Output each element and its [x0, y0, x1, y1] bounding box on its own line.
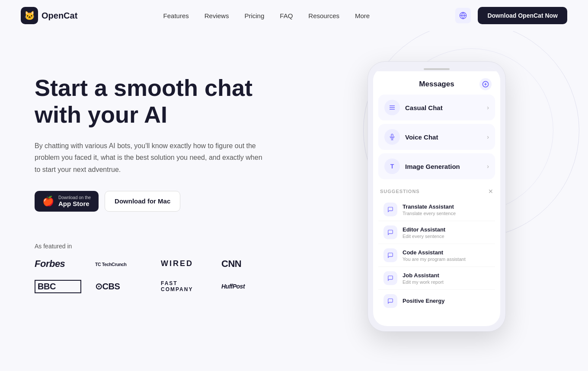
editor-title: Editor Assistant	[403, 226, 445, 233]
nav-pricing[interactable]: Pricing	[244, 12, 264, 19]
phone-mockup: Messages	[368, 61, 506, 332]
image-gen-name: Image Generation	[405, 163, 460, 170]
svg-rect-8	[391, 134, 393, 137]
hero-description: By chatting with various AI bots, you'll…	[35, 140, 268, 175]
navbar: 🐱 OpenCat Features Reviews Pricing FAQ R…	[0, 0, 588, 31]
positive-title: Positive Energy	[403, 298, 445, 304]
wired-logo: WIRED	[161, 258, 208, 270]
suggestions-header: SUGGESTIONS ✕	[378, 188, 495, 195]
nav-right: Download OpenCat Now	[455, 7, 567, 24]
suggestion-positive[interactable]: Positive Energy	[378, 290, 495, 312]
fastcompany-logo: FAST COMPANY	[161, 280, 208, 293]
suggestion-job[interactable]: Job Assistant Edit my work report	[378, 267, 495, 290]
code-text: Code Assistant You are my program assist…	[403, 249, 466, 262]
nav-faq[interactable]: FAQ	[280, 12, 293, 19]
editor-desc: Edit every sentence	[403, 234, 445, 239]
appstore-text: Download on the App Store	[58, 195, 91, 207]
translate-text: Translate Assistant Translate every sent…	[403, 203, 456, 216]
image-gen-chevron: ›	[487, 163, 489, 170]
positive-icon	[383, 294, 397, 308]
featured-label: As featured in	[35, 243, 320, 250]
logo-area[interactable]: 🐱 OpenCat	[21, 7, 77, 24]
left-column: Start a smooth chat with your AI By chat…	[35, 57, 320, 293]
voice-chat-left: Voice Chat	[384, 129, 438, 145]
image-gen-icon: T	[384, 159, 400, 174]
nav-features[interactable]: Features	[163, 12, 189, 19]
job-icon	[383, 271, 397, 285]
logo-icon: 🐱	[21, 7, 38, 24]
hero-title: Start a smooth chat with your AI	[35, 74, 277, 128]
casual-chat-icon	[384, 100, 400, 115]
appstore-big-text: App Store	[58, 200, 91, 207]
image-gen-item[interactable]: T Image Generation ›	[378, 153, 495, 179]
phone-screen: Messages	[373, 67, 500, 326]
suggestion-editor[interactable]: Editor Assistant Edit every sentence	[378, 221, 495, 244]
huffpost-logo: HuffPost	[221, 280, 268, 293]
phone-notch	[373, 67, 500, 71]
phone-header: Messages	[373, 72, 500, 95]
job-desc: Edit my work report	[403, 279, 444, 285]
translate-icon	[383, 203, 397, 216]
translate-title: Translate Assistant	[403, 203, 456, 210]
casual-chat-item[interactable]: Casual Chat ›	[378, 95, 495, 120]
chat-list: Casual Chat ›	[373, 95, 500, 179]
nav-resources[interactable]: Resources	[308, 12, 339, 19]
right-column: Messages	[320, 57, 553, 332]
main-content: Start a smooth chat with your AI By chat…	[0, 31, 588, 371]
voice-chat-item[interactable]: Voice Chat ›	[378, 124, 495, 150]
suggestion-translate[interactable]: Translate Assistant Translate every sent…	[378, 198, 495, 221]
brand-logos: Forbes TC TechCrunch WIRED CNN BBC ⊙CBS …	[35, 258, 268, 293]
nav-more[interactable]: More	[355, 12, 370, 19]
mac-download-button[interactable]: Download for Mac	[105, 191, 180, 212]
code-desc: You are my program assistant	[403, 257, 466, 262]
forbes-logo: Forbes	[35, 258, 81, 270]
image-gen-left: T Image Generation	[384, 159, 460, 174]
nav-links: Features Reviews Pricing FAQ Resources M…	[163, 12, 370, 19]
suggestion-code[interactable]: Code Assistant You are my program assist…	[378, 244, 495, 267]
language-icon[interactable]	[455, 8, 471, 23]
appstore-small-text: Download on the	[58, 195, 91, 200]
positive-text: Positive Energy	[403, 298, 445, 305]
casual-chat-name: Casual Chat	[405, 104, 443, 111]
phone-header-title: Messages	[419, 80, 454, 89]
cbs-logo: ⊙CBS	[95, 280, 147, 293]
svg-text:TC TechCrunch: TC TechCrunch	[95, 261, 127, 266]
code-icon	[383, 248, 397, 262]
close-suggestions-button[interactable]: ✕	[488, 188, 493, 195]
apple-icon: 🍎	[42, 196, 54, 207]
logo-text: OpenCat	[42, 11, 77, 21]
suggestions-label: SUGGESTIONS	[380, 189, 420, 194]
appstore-button[interactable]: 🍎 Download on the App Store	[35, 191, 99, 212]
suggestions-section: SUGGESTIONS ✕ Translate Assistant Transl…	[373, 183, 500, 312]
add-chat-button[interactable]	[479, 78, 492, 90]
casual-chat-chevron: ›	[487, 104, 489, 111]
techcrunch-logo: TC TechCrunch	[95, 258, 147, 270]
bbc-logo: BBC	[35, 280, 81, 293]
casual-chat-left: Casual Chat	[384, 100, 443, 115]
cta-buttons: 🍎 Download on the App Store Download for…	[35, 191, 320, 212]
notch-pill	[424, 68, 450, 70]
editor-text: Editor Assistant Edit every sentence	[403, 226, 445, 239]
voice-chat-chevron: ›	[487, 133, 489, 140]
job-text: Job Assistant Edit my work report	[403, 272, 444, 285]
voice-chat-icon	[384, 129, 400, 145]
code-title: Code Assistant	[403, 249, 466, 256]
nav-reviews[interactable]: Reviews	[205, 12, 229, 19]
cta-button[interactable]: Download OpenCat Now	[478, 7, 567, 24]
voice-chat-name: Voice Chat	[405, 133, 438, 141]
editor-icon	[383, 225, 397, 239]
job-title: Job Assistant	[403, 272, 444, 279]
cnn-logo: CNN	[221, 258, 268, 270]
phone-frame: Messages	[368, 61, 506, 332]
translate-desc: Translate every sentence	[403, 211, 456, 216]
